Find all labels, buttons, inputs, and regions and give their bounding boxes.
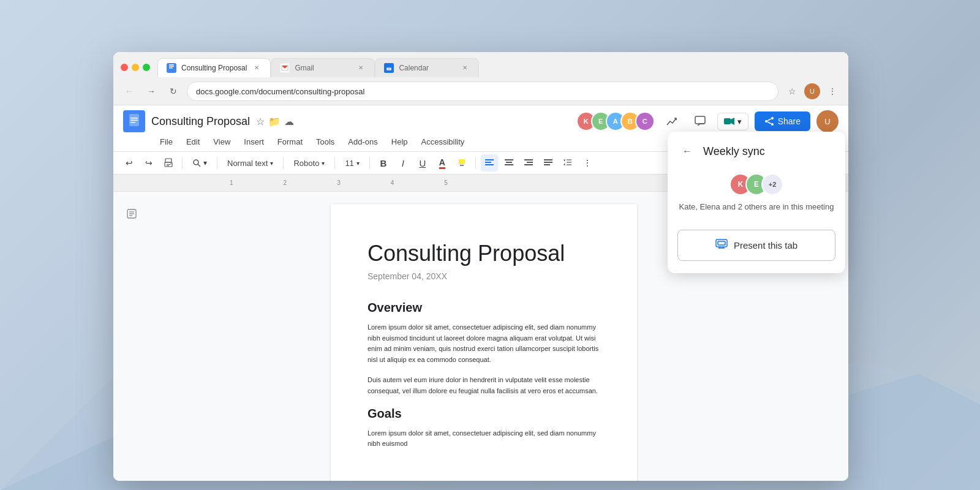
justify-button[interactable] bbox=[540, 154, 557, 172]
menu-view[interactable]: View bbox=[207, 135, 236, 149]
docs-header-right: K E A B C bbox=[576, 110, 839, 132]
doc-title-icons: ☆ 📁 ☁ bbox=[256, 116, 294, 127]
docs-page: Consulting Proposal September 04, 20XX O… bbox=[331, 204, 637, 481]
browser-chrome: Consulting Proposal ✕ Gmail ✕ 31 Ca bbox=[113, 52, 848, 105]
section-heading-goals: Goals bbox=[368, 407, 600, 421]
tab-consulting-proposal[interactable]: Consulting Proposal ✕ bbox=[157, 58, 271, 77]
tab-close-docs[interactable]: ✕ bbox=[252, 63, 262, 73]
share-label: Share bbox=[778, 116, 801, 126]
reload-button[interactable]: ↻ bbox=[165, 83, 182, 100]
tab-gmail[interactable]: Gmail ✕ bbox=[271, 58, 375, 77]
text-color-button[interactable]: A bbox=[434, 154, 451, 172]
star-icon[interactable]: ☆ bbox=[256, 116, 265, 127]
nav-user-avatar[interactable]: U bbox=[804, 83, 820, 99]
close-traffic-light[interactable] bbox=[121, 64, 128, 71]
normal-text-dropdown[interactable]: Normal text ▾ bbox=[222, 156, 278, 170]
collaborator-avatars: K E A B C bbox=[576, 111, 655, 131]
more-toolbar-options[interactable]: ⋮ bbox=[579, 154, 596, 172]
docs-title-row: Consulting Proposal ☆ 📁 ☁ K E A B C bbox=[123, 110, 839, 132]
svg-point-25 bbox=[194, 160, 198, 165]
analytics-icon[interactable] bbox=[661, 110, 683, 132]
menu-accessibility[interactable]: Accessibility bbox=[415, 135, 471, 149]
align-right-button[interactable] bbox=[520, 154, 537, 172]
font-dropdown[interactable]: Roboto ▾ bbox=[288, 156, 330, 170]
redo-button[interactable]: ↪ bbox=[140, 154, 157, 172]
meet-participants-text: Kate, Elena and 2 others are in this mee… bbox=[679, 202, 834, 213]
document-date: September 04, 20XX bbox=[368, 271, 600, 281]
svg-rect-31 bbox=[485, 164, 494, 165]
undo-button[interactable]: ↩ bbox=[121, 154, 138, 172]
forward-button[interactable]: → bbox=[143, 83, 160, 100]
svg-rect-9 bbox=[130, 118, 138, 119]
maximize-traffic-light[interactable] bbox=[143, 64, 150, 71]
print-button[interactable] bbox=[160, 154, 177, 172]
svg-point-15 bbox=[765, 120, 767, 123]
line-spacing-button[interactable] bbox=[559, 154, 576, 172]
menu-insert[interactable]: Insert bbox=[238, 135, 270, 149]
tab-close-gmail[interactable]: ✕ bbox=[356, 63, 366, 73]
section-heading-overview: Overview bbox=[368, 301, 600, 315]
outline-icon[interactable] bbox=[122, 204, 141, 224]
svg-rect-52 bbox=[718, 241, 725, 245]
present-tab-label: Present this tab bbox=[734, 240, 797, 251]
doc-paragraph-3: Lorem ipsum dolor sit amet, consectetuer… bbox=[368, 428, 600, 450]
cloud-icon[interactable]: ☁ bbox=[284, 116, 294, 127]
doc-paragraph-1: Lorem ipsum dolor sit amet, consectetuer… bbox=[368, 322, 600, 365]
traffic-lights bbox=[121, 64, 150, 71]
svg-rect-33 bbox=[506, 162, 512, 163]
svg-rect-11 bbox=[130, 122, 135, 123]
svg-text:31: 31 bbox=[388, 67, 391, 70]
font-size-dropdown[interactable]: 11 ▾ bbox=[340, 156, 364, 170]
docs-sidebar-left bbox=[113, 192, 150, 481]
docs-title-left: Consulting Proposal ☆ 📁 ☁ bbox=[123, 110, 294, 132]
toolbar-divider-1 bbox=[182, 157, 183, 169]
menu-tools[interactable]: Tools bbox=[310, 135, 341, 149]
docs-user-avatar[interactable]: U bbox=[816, 110, 839, 132]
minimize-traffic-light[interactable] bbox=[132, 64, 139, 71]
svg-marker-14 bbox=[731, 118, 734, 125]
menu-addons[interactable]: Add-ons bbox=[342, 135, 383, 149]
back-button[interactable]: ← bbox=[121, 83, 138, 100]
meet-button[interactable]: ▾ bbox=[717, 113, 748, 130]
svg-rect-32 bbox=[505, 159, 513, 160]
folder-icon[interactable]: 📁 bbox=[268, 116, 281, 127]
share-button[interactable]: Share bbox=[755, 111, 810, 131]
zoom-dropdown[interactable]: ▾ bbox=[187, 156, 212, 170]
address-bar[interactable] bbox=[187, 81, 778, 101]
toolbar-divider-6 bbox=[475, 157, 476, 169]
meet-title: Weekly sync bbox=[703, 145, 765, 158]
italic-button[interactable]: I bbox=[394, 154, 412, 172]
svg-rect-28 bbox=[460, 165, 464, 166]
align-center-button[interactable] bbox=[500, 154, 518, 172]
menu-file[interactable]: File bbox=[154, 135, 179, 149]
meet-back-button[interactable]: ← bbox=[677, 141, 697, 161]
comment-icon[interactable] bbox=[689, 110, 711, 132]
tab-calendar[interactable]: 31 Calendar ✕ bbox=[375, 58, 479, 77]
align-left-button[interactable] bbox=[481, 154, 498, 172]
present-tab-icon bbox=[715, 239, 728, 252]
bold-button[interactable]: B bbox=[375, 154, 392, 172]
more-options-icon[interactable]: ⋮ bbox=[824, 83, 841, 100]
participant-avatars: K E +2 bbox=[729, 173, 783, 195]
svg-line-26 bbox=[198, 164, 200, 167]
meet-panel-header: ← Weekly sync bbox=[668, 132, 845, 168]
svg-rect-10 bbox=[130, 120, 138, 121]
bookmark-icon[interactable]: ☆ bbox=[783, 83, 801, 100]
svg-rect-13 bbox=[724, 118, 731, 124]
svg-rect-23 bbox=[167, 165, 169, 166]
underline-button[interactable]: U bbox=[414, 154, 431, 172]
menu-format[interactable]: Format bbox=[271, 135, 309, 149]
participant-count-badge[interactable]: +2 bbox=[761, 173, 783, 195]
present-tab-button[interactable]: Present this tab bbox=[677, 230, 835, 261]
document-title: Consulting Proposal bbox=[368, 241, 600, 266]
collab-avatar-5[interactable]: C bbox=[635, 111, 655, 131]
tab-close-calendar[interactable]: ✕ bbox=[460, 63, 470, 73]
menu-edit[interactable]: Edit bbox=[180, 135, 206, 149]
svg-point-17 bbox=[771, 123, 774, 126]
svg-rect-29 bbox=[485, 159, 494, 160]
menu-help[interactable]: Help bbox=[385, 135, 414, 149]
font-label: Roboto bbox=[293, 159, 319, 168]
svg-rect-39 bbox=[544, 162, 552, 163]
highlight-button[interactable] bbox=[453, 154, 470, 172]
toolbar-divider-4 bbox=[334, 157, 335, 169]
